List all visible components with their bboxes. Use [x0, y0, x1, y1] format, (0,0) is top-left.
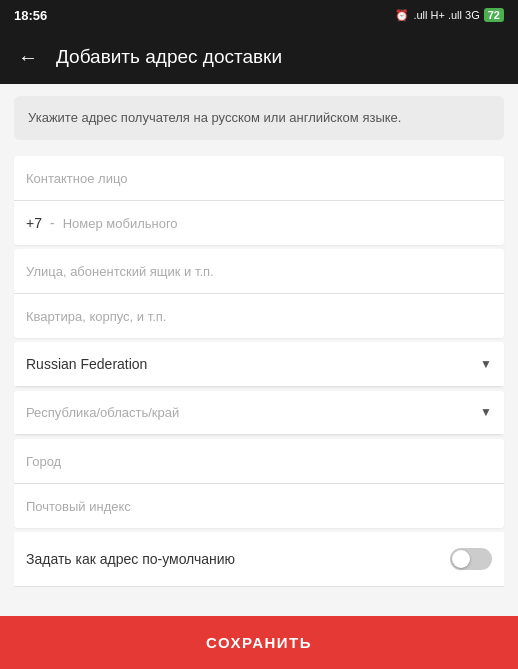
- country-value: Russian Federation: [26, 356, 480, 372]
- page-title: Добавить адрес доставки: [56, 46, 282, 68]
- back-button[interactable]: ←: [14, 43, 42, 71]
- status-time: 18:56: [14, 8, 47, 23]
- contact-phone-block: +7 -: [14, 156, 504, 245]
- apartment-field[interactable]: [14, 294, 504, 338]
- header: ← Добавить адрес доставки: [0, 30, 518, 84]
- phone-input[interactable]: [63, 201, 492, 245]
- postal-input[interactable]: [14, 484, 504, 528]
- content-area: Укажите адрес получателя на русском или …: [0, 84, 518, 669]
- contact-field[interactable]: [14, 156, 504, 201]
- save-button[interactable]: СОХРАНИТЬ: [0, 616, 518, 669]
- status-bar: 18:56 ⏰ .ull H+ .ull 3G 72: [0, 0, 518, 30]
- chevron-down-icon-region: ▼: [480, 405, 492, 419]
- street-field[interactable]: [14, 249, 504, 294]
- country-block: Russian Federation ▼: [14, 342, 504, 387]
- info-text: Укажите адрес получателя на русском или …: [28, 110, 401, 125]
- chevron-down-icon: ▼: [480, 357, 492, 371]
- country-select[interactable]: Russian Federation ▼: [14, 342, 504, 387]
- region-placeholder: Республика/область/край: [26, 405, 480, 420]
- default-address-row[interactable]: Задать как адрес по-умолчанию: [14, 532, 504, 587]
- region-block: Республика/область/край ▼: [14, 391, 504, 435]
- battery-icon: 72: [484, 8, 504, 22]
- address-block: [14, 249, 504, 338]
- phone-prefix: +7: [26, 201, 42, 245]
- city-field[interactable]: [14, 439, 504, 484]
- city-postal-block: [14, 439, 504, 528]
- region-select[interactable]: Республика/область/край ▼: [14, 391, 504, 435]
- status-icons: ⏰ .ull H+ .ull 3G 72: [395, 8, 504, 22]
- alarm-icon: ⏰: [395, 9, 409, 22]
- contact-input[interactable]: [14, 156, 504, 200]
- default-address-toggle[interactable]: [450, 548, 492, 570]
- phone-field[interactable]: +7 -: [14, 201, 504, 245]
- phone-separator: -: [50, 215, 55, 231]
- apartment-input[interactable]: [14, 294, 504, 338]
- default-address-label: Задать как адрес по-умолчанию: [26, 551, 235, 567]
- signal-icons: .ull H+ .ull 3G: [413, 9, 479, 21]
- city-input[interactable]: [14, 439, 504, 483]
- postal-field[interactable]: [14, 484, 504, 528]
- info-box: Укажите адрес получателя на русском или …: [14, 96, 504, 140]
- street-input[interactable]: [14, 249, 504, 293]
